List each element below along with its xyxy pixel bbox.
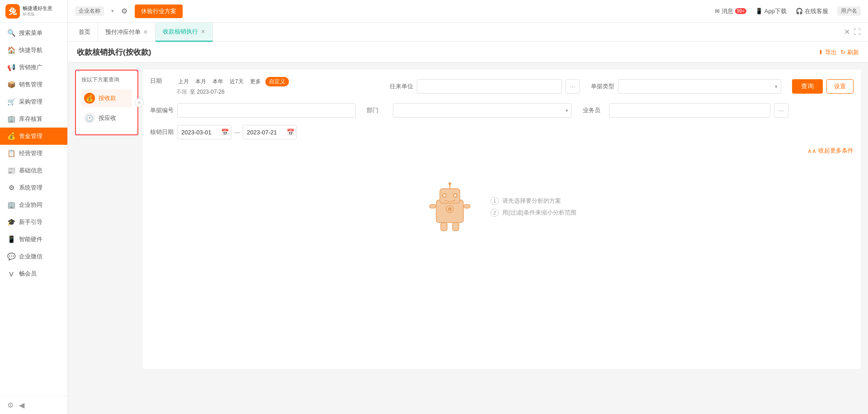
- setting-btn[interactable]: 设置: [826, 79, 854, 94]
- system-icon: ⚙: [7, 184, 15, 192]
- tab-prepay-close-icon[interactable]: ✕: [143, 29, 148, 35]
- svg-point-13: [448, 207, 452, 211]
- service-label: 在线客服: [805, 7, 828, 15]
- finance-icon: 💰: [7, 132, 15, 140]
- form-row-2: 单据编号 部门 ▾ 业务员: [150, 103, 854, 118]
- svg-rect-8: [429, 205, 436, 208]
- sidebar-item-smart-hw[interactable]: 📱 智能硬件: [0, 231, 67, 248]
- sidebar-label-member: 畅会员: [19, 270, 37, 278]
- dept-select-wrap: ▾: [393, 103, 572, 118]
- sidebar-item-tutorial[interactable]: 🎓 新手引导: [0, 214, 67, 231]
- search-form: 日期 上月 本月 本年 近7天 更多 自定义 不限: [143, 70, 861, 369]
- sidebar-label-enterprise: 企业协同: [19, 201, 42, 209]
- empty-tips: 1 请先选择要分析的方案 2 用[过滤]条件来缩小分析范围: [491, 197, 576, 217]
- app-download-btn[interactable]: 📱 App下载: [755, 7, 787, 15]
- message-btn[interactable]: ✉ 消息 99+: [715, 7, 746, 15]
- page-header: 收款核销执行(按收款) ⬆ 导出 ↻ 刷新: [68, 42, 868, 62]
- sidebar-item-marketing[interactable]: 📢 营销推广: [0, 59, 67, 76]
- collapse-icon: «: [138, 100, 141, 105]
- sidebar-label-smart-hw: 智能硬件: [19, 235, 42, 243]
- sidebar-label-marketing: 营销推广: [19, 63, 42, 71]
- partner-field: 往来单位 ···: [390, 79, 580, 94]
- logo-text-wrap: 畅捷通好生意 标准版: [23, 5, 52, 17]
- sidebar-item-finance[interactable]: 💰 资金管理: [0, 128, 67, 145]
- partner-dots-btn[interactable]: ···: [566, 79, 580, 94]
- date-chip-custom[interactable]: 自定义: [265, 77, 289, 86]
- tab-receive[interactable]: 收款核销执行 ✕: [156, 23, 213, 42]
- verify-date-range: 📅 — 📅: [177, 125, 297, 139]
- date-chip-7days[interactable]: 近7天: [228, 77, 245, 86]
- logo-app-name: 畅捷通好生意: [23, 5, 52, 11]
- sidebar-item-inventory[interactable]: 🏢 库存核算: [0, 110, 67, 128]
- user-profile[interactable]: 用户名: [837, 6, 861, 16]
- brand-chevron-icon[interactable]: ▾: [111, 8, 114, 14]
- bottom-settings-icon[interactable]: ⚙: [7, 401, 14, 409]
- tab-receive-label: 收款核销执行: [163, 28, 198, 36]
- dept-select[interactable]: [393, 103, 572, 118]
- svg-point-5: [454, 195, 457, 197]
- tip2-text: 用[过滤]条件来缩小分析范围: [502, 209, 576, 217]
- sidebar-item-operation[interactable]: 📋 经营管理: [0, 145, 67, 162]
- tab-close-window-icon[interactable]: ✕: [844, 28, 850, 36]
- staff-dots-btn[interactable]: ···: [774, 103, 788, 118]
- empty-tip-2: 2 用[过滤]条件来缩小分析范围: [491, 209, 576, 217]
- service-btn[interactable]: 🎧 在线客服: [796, 7, 828, 15]
- partner-input[interactable]: [417, 79, 562, 94]
- tab-prepay[interactable]: 预付冲应付单 ✕: [98, 23, 156, 42]
- empty-state: 1 请先选择要分析的方案 2 用[过滤]条件来缩小分析范围: [150, 155, 854, 259]
- doc-no-input[interactable]: [177, 103, 356, 118]
- date-chip-last-month[interactable]: 上月: [176, 77, 191, 86]
- staff-field: 业务员 ···: [583, 103, 788, 118]
- quick-nav-icon: 🏠: [7, 46, 15, 54]
- sidebar-label-wechat: 企业微信: [19, 252, 42, 261]
- content-layout: 按以下方案查询 💰 按收款 🕐 按应收 «: [68, 62, 868, 376]
- tab-receive-close-icon[interactable]: ✕: [201, 29, 205, 35]
- refresh-btn[interactable]: ↻ 刷新: [840, 48, 859, 57]
- filter-by-receipt[interactable]: 💰 按收款: [81, 89, 132, 107]
- bottom-collapse-icon[interactable]: ◀: [19, 401, 24, 409]
- tab-home[interactable]: 首页: [71, 23, 98, 42]
- collapse-more-btn[interactable]: ∧∧ 收起更多条件: [807, 147, 854, 155]
- filter-panel: 按以下方案查询 💰 按收款 🕐 按应收 «: [75, 70, 138, 369]
- industry-btn[interactable]: 休验行业方案: [135, 5, 183, 18]
- sidebar-item-purchase[interactable]: 🛒 采购管理: [0, 93, 67, 110]
- svg-rect-9: [464, 205, 470, 208]
- export-icon: ⬆: [818, 49, 823, 56]
- search-btn[interactable]: 查询: [792, 79, 823, 94]
- doc-type-select[interactable]: [618, 79, 781, 94]
- date-chip-more[interactable]: 更多: [248, 77, 263, 86]
- gear-icon[interactable]: ⚙: [121, 7, 127, 15]
- tab-maximize-icon[interactable]: ⛶: [854, 28, 861, 36]
- purchase-icon: 🛒: [7, 98, 15, 106]
- robot-illustration: [427, 182, 472, 232]
- tab-bar: 首页 预付冲应付单 ✕ 收款核销执行 ✕ ✕ ⛶: [68, 23, 868, 42]
- sidebar-item-quick-nav[interactable]: 🏠 快捷导航: [0, 42, 67, 59]
- sidebar-label-finance: 资金管理: [19, 132, 42, 140]
- date-chip-this-month[interactable]: 本月: [193, 77, 208, 86]
- filter-by-receivable[interactable]: 🕐 按应收: [81, 109, 132, 127]
- wechat-icon: 💬: [7, 252, 15, 261]
- date-chips: 上月 本月 本年 近7天 更多 自定义: [176, 77, 289, 86]
- sidebar-item-member[interactable]: V 畅会员: [0, 265, 67, 282]
- verify-start-cal-icon[interactable]: 📅: [221, 128, 229, 136]
- tab-home-label: 首页: [79, 28, 90, 36]
- verify-end-cal-icon[interactable]: 📅: [287, 128, 294, 136]
- export-btn[interactable]: ⬆ 导出: [818, 48, 837, 57]
- sidebar: 兔 畅捷通好生意 标准版 🔍 搜索菜单 🏠 快捷导航 📢 营销推广 📦 销售管理…: [0, 0, 68, 414]
- date-chip-this-year[interactable]: 本年: [211, 77, 225, 86]
- partner-label: 往来单位: [390, 82, 413, 90]
- sidebar-item-basic-info[interactable]: 📰 基础信息: [0, 162, 67, 179]
- operation-icon: 📋: [7, 149, 15, 157]
- staff-input[interactable]: [609, 103, 770, 118]
- verify-date-end-wrap: 📅: [243, 125, 297, 139]
- sidebar-item-sales[interactable]: 📦 销售管理: [0, 76, 67, 93]
- sidebar-item-system[interactable]: ⚙ 系统管理: [0, 179, 67, 196]
- sidebar-label-purchase: 采购管理: [19, 98, 42, 106]
- empty-tip-1: 1 请先选择要分析的方案: [491, 197, 576, 205]
- sidebar-item-wechat[interactable]: 💬 企业微信: [0, 248, 67, 265]
- sidebar-item-enterprise[interactable]: 🏢 企业协同: [0, 196, 67, 214]
- sidebar-item-search-menu[interactable]: 🔍 搜索菜单: [0, 24, 67, 42]
- doc-type-select-wrap: ▾: [618, 79, 781, 94]
- doc-no-label: 单据编号: [150, 106, 174, 114]
- filter-panel-collapse-btn[interactable]: «: [135, 98, 144, 107]
